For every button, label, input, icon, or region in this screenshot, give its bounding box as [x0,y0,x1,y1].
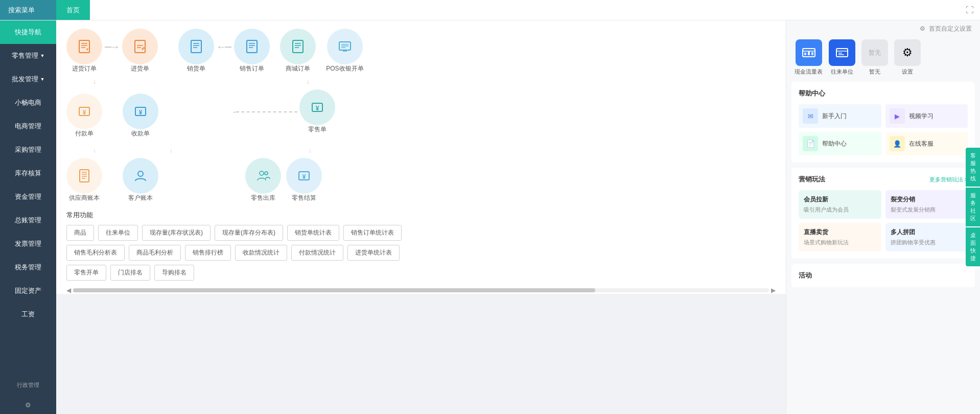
help-item-service[interactable]: 👤 在线客服 [885,132,968,155]
help-icon: 📄 [803,136,818,151]
func-btn-inventory-status[interactable]: 现存量(库存状况表) [142,225,211,241]
tab-home[interactable]: 首页 [56,0,90,20]
svg-rect-13 [293,40,303,53]
payment-icon: ¥ [66,94,102,129]
flow-node-retail-slip[interactable]: ¥ 零售单 [299,89,335,134]
flow-node-sales-slip[interactable]: 销货单 [178,29,214,73]
sidebar-item-retail[interactable]: 零售管理 ▼ [0,44,56,67]
sales-slip-label: 销货单 [187,64,205,73]
float-btn-desktop[interactable]: 桌面快捷 [966,227,980,266]
gear-icon: ⚙ [920,25,925,32]
scroll-thumb [73,288,595,292]
marketing-more-btn[interactable]: 更多营销玩法 > [929,176,968,183]
quick-icon-settings[interactable]: ⚙ 设置 [894,39,921,76]
func-btn-payment-stat[interactable]: 付款情况统计 [291,245,343,261]
func-btn-sales-rank[interactable]: 销售排行榜 [185,245,231,261]
flow-node-customer-account[interactable]: 客户账本 [123,158,158,202]
mall-order-label: 商城订单 [286,64,310,73]
sidebar-item-fixed-assets[interactable]: 固定资产 [0,279,56,303]
marketing-item-group[interactable]: 多人拼团 拼团购物享受优惠 [885,223,968,251]
sidebar-item-label: 固定资产 [15,286,41,295]
search-menu[interactable]: 搜索菜单 [0,0,56,20]
function-buttons-row2: 销售毛利分析表 商品毛利分析 销售排行榜 收款情况统计 付款情况统计 进货单统计… [66,245,776,261]
quick-icon-none[interactable]: 暂无 暂无 [861,39,888,76]
func-btn-retail-order[interactable]: 零售开单 [66,265,106,281]
sidebar-item-finance[interactable]: 资金管理 [0,185,56,209]
help-item-newbie[interactable]: ✉ 新手入门 [799,104,881,128]
func-btn-guide-rank[interactable]: 导购排名 [154,265,194,281]
func-btn-sales-stat[interactable]: 销货单统计表 [287,225,339,241]
purchase-slip-icon [122,29,158,64]
flow-node-receipt[interactable]: ¥ 收款单 [123,94,158,138]
func-btn-sales-order-stat[interactable]: 销售订单统计表 [343,225,402,241]
cashflow-label: 现金流量表 [795,68,823,76]
content-area: 进货订单 - - - → [56,20,980,414]
sidebar-item-wholesale[interactable]: 批发管理 ▼ [0,67,56,91]
help-item-help[interactable]: 📄 帮助中心 [799,132,881,155]
down-arrow-mall: ↓ [307,77,310,85]
sales-order-label: 销售订单 [240,64,264,73]
help-label: 帮助中心 [822,140,847,148]
func-btn-sales-margin[interactable]: 销售毛利分析表 [66,245,125,261]
func-btn-goods[interactable]: 商品 [66,225,94,241]
sidebar-item-tax[interactable]: 税务管理 [0,256,56,279]
quick-icon-partners[interactable]: 往来单位 [829,39,855,76]
marketing-item-live[interactable]: 直播卖货 场景式购物新玩法 [799,223,881,251]
func-btn-store-rank[interactable]: 门店排名 [110,265,150,281]
flow-node-sales-order[interactable]: 销售订单 [234,29,270,73]
sidebar-item-label: 库存核算 [15,169,41,178]
scroll-right-arrow[interactable]: ▶ [771,287,776,294]
flow-node-retail-outbound[interactable]: 零售出库 [245,158,281,202]
sidebar-item-label: 总账管理 [15,216,41,225]
flow-node-purchase-order[interactable]: 进货订单 [66,29,102,73]
func-btn-purchase-stat[interactable]: 进货单统计表 [347,245,400,261]
scroll-left-arrow[interactable]: ◀ [66,287,71,294]
float-btn-service[interactable]: 客服热线 [966,148,980,187]
func-btn-partners[interactable]: 往来单位 [98,225,138,241]
svg-text:¥: ¥ [83,109,86,116]
right-panel: ⚙ 首页自定义设置 现金流量表 [786,20,980,414]
help-center-section: 帮助中心 ✉ 新手入门 ▶ 视频学习 📄 帮助中心 👤 [791,82,975,163]
sidebar-item-purchase[interactable]: 采购管理 [0,138,56,162]
sidebar-item-payroll[interactable]: 工资 [0,303,56,326]
sidebar-item-ecom[interactable]: 电商管理 [0,114,56,138]
marketing-item-fission[interactable]: 裂变分销 裂变式发展分销商 [885,190,968,219]
sidebar-item-inventory[interactable]: 库存核算 [0,162,56,185]
sidebar-item-label: 发票管理 [15,239,41,248]
flow-node-pos[interactable]: POS收银开单 [326,29,363,73]
sidebar-item-label: 批发管理 [12,75,38,84]
down-arrow-purchase: ↓ [93,77,97,85]
func-btn-goods-margin[interactable]: 商品毛利分析 [129,245,181,261]
common-functions-area: 常用功能 商品 往来单位 现存量(库存状况表) 现存量(库存分布表) 销货单统计… [66,211,776,294]
quick-icon-cashflow[interactable]: 现金流量表 [795,39,823,76]
flow-node-purchase-slip[interactable]: 进货单 [122,29,158,73]
sidebar-item-invoice[interactable]: 发票管理 [0,232,56,256]
marketing-item-member[interactable]: 会员拉新 吸引用户成为会员 [799,190,881,219]
down-arrow-payment: ↓ [93,146,97,154]
fullscreen-icon[interactable]: ⛶ [965,5,975,15]
sidebar-item-ledger[interactable]: 总账管理 [0,209,56,232]
flow-node-retail-settle[interactable]: ¥ 零售结算 [286,158,322,202]
scrollbar-area: ◀ ▶ [66,285,776,294]
func-btn-receipt-stat[interactable]: 收款情况统计 [235,245,287,261]
float-btn-community[interactable]: 服务社区 [966,188,980,226]
flow-node-payment[interactable]: ¥ 付款单 [66,94,102,138]
home-customize-btn[interactable]: ⚙ 首页自定义设置 [786,20,980,37]
sidebar-settings[interactable]: ⚙ [0,396,56,414]
retail-slip-icon: ¥ [299,89,335,125]
func-btn-inventory-dist[interactable]: 现存量(库存分布表) [215,225,283,241]
flow-node-mall-order[interactable]: 商城订单 [280,29,316,73]
sidebar-item-quick-nav[interactable]: 快捷导航 [0,20,56,44]
svg-rect-27 [80,170,89,182]
sidebar-item-label: 零售管理 [12,51,38,60]
tab-home-label: 首页 [66,6,80,15]
fission-title: 裂变分销 [891,195,963,204]
video-label: 视频学习 [909,112,934,121]
scroll-track[interactable] [73,288,769,292]
payment-label: 付款单 [75,129,94,138]
sidebar-item-xiaochangecom[interactable]: 小畅电商 [0,91,56,114]
help-item-video[interactable]: ▶ 视频学习 [885,104,968,128]
sidebar-item-hidden[interactable]: 行政管理 [0,374,56,396]
svg-rect-41 [811,52,813,55]
flow-node-supplier-account[interactable]: 供应商账本 [66,158,102,202]
